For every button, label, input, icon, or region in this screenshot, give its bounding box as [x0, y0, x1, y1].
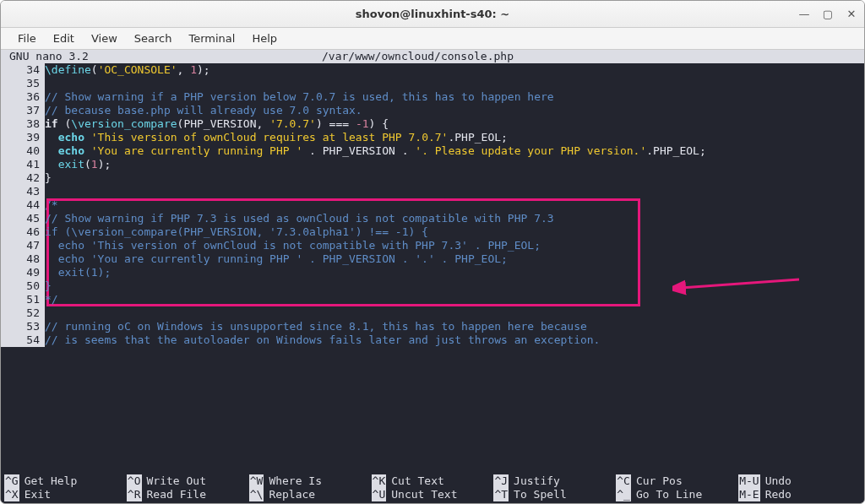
shortcut-row: ^XExit ^RRead File ^\Replace ^UUncut Tex… — [4, 488, 861, 501]
menubar: File Edit View Search Terminal Help — [1, 28, 864, 50]
line-number: 48 — [1, 252, 45, 266]
code-line: 54// is seems that the autoloader on Win… — [1, 333, 864, 347]
line-number: 47 — [1, 239, 45, 252]
code-line: 52 — [1, 306, 864, 320]
line-number: 38 — [1, 117, 45, 131]
editor-name: GNU nano 3.2 — [9, 50, 322, 63]
code-line: 51*/ — [1, 293, 864, 306]
nano-shortcut-bar: ^GGet Help ^OWrite Out ^WWhere Is ^KCut … — [1, 474, 864, 503]
shortcut-read-file: ^RRead File — [127, 488, 249, 501]
code-line: 42} — [1, 171, 864, 185]
close-icon[interactable]: ✕ — [846, 8, 857, 20]
line-number: 44 — [1, 198, 45, 212]
line-number: 53 — [1, 320, 45, 333]
file-path: /var/www/owncloud/console.php — [322, 50, 859, 63]
window-title: shovon@linuxhint-s40: ~ — [1, 8, 864, 20]
window-titlebar: shovon@linuxhint-s40: ~ — ▢ ✕ — [1, 1, 864, 28]
line-number: 45 — [1, 212, 45, 225]
shortcut-redo: M-ERedo — [738, 488, 861, 501]
line-number: 51 — [1, 293, 45, 306]
line-number: 49 — [1, 266, 45, 279]
menu-help[interactable]: Help — [243, 30, 286, 47]
code-line: 48 echo 'You are currently running PHP '… — [1, 252, 864, 266]
code-line: 44/* — [1, 198, 864, 212]
code-line: 40 echo 'You are currently running PHP '… — [1, 144, 864, 158]
line-number: 39 — [1, 131, 45, 144]
shortcut-get-help: ^GGet Help — [4, 474, 127, 488]
code-line: 43 — [1, 185, 864, 198]
code-line: 46if (\version_compare(PHP_VERSION, '7.3… — [1, 225, 864, 239]
maximize-icon[interactable]: ▢ — [822, 8, 834, 20]
code-line: 39 echo 'This version of ownCloud requir… — [1, 131, 864, 144]
line-number: 35 — [1, 77, 45, 90]
menu-search[interactable]: Search — [126, 30, 181, 47]
code-line: 50} — [1, 279, 864, 293]
code-area[interactable]: 34\define('OC_CONSOLE', 1); 35 36// Show… — [1, 63, 864, 347]
code-line: 53// running oC on Windows is unsupporte… — [1, 320, 864, 333]
minimize-icon[interactable]: — — [798, 8, 810, 20]
window-controls: — ▢ ✕ — [798, 8, 857, 20]
code-line: 47 echo 'This version of ownCloud is not… — [1, 239, 864, 252]
line-number: 50 — [1, 279, 45, 293]
shortcut-write-out: ^OWrite Out — [127, 474, 249, 488]
line-number: 42 — [1, 171, 45, 185]
menu-file[interactable]: File — [9, 30, 45, 47]
shortcut-to-spell: ^TTo Spell — [493, 488, 616, 501]
shortcut-replace: ^\Replace — [249, 488, 372, 501]
code-line: 37// because base.php will already use 7… — [1, 104, 864, 117]
shortcut-uncut-text: ^UUncut Text — [372, 488, 494, 501]
code-line: 41 exit(1); — [1, 158, 864, 171]
shortcut-justify: ^JJustify — [493, 474, 616, 488]
code-line: 49 exit(1); — [1, 266, 864, 279]
code-line: 35 — [1, 77, 864, 90]
shortcut-cut-text: ^KCut Text — [372, 474, 494, 488]
line-number: 52 — [1, 306, 45, 320]
menu-terminal[interactable]: Terminal — [180, 30, 243, 47]
line-number: 37 — [1, 104, 45, 117]
line-number: 40 — [1, 144, 45, 158]
shortcut-cur-pos: ^CCur Pos — [616, 474, 738, 488]
shortcut-where-is: ^WWhere Is — [249, 474, 372, 488]
line-number: 54 — [1, 333, 45, 347]
code-line: 38if (\version_compare(PHP_VERSION, '7.0… — [1, 117, 864, 131]
line-number: 41 — [1, 158, 45, 171]
shortcut-undo: M-UUndo — [738, 474, 861, 488]
nano-header: GNU nano 3.2 /var/www/owncloud/console.p… — [1, 50, 864, 63]
line-number: 34 — [1, 63, 45, 77]
line-number: 43 — [1, 185, 45, 198]
menu-edit[interactable]: Edit — [45, 30, 83, 47]
menu-view[interactable]: View — [83, 30, 126, 47]
code-line: 34\define('OC_CONSOLE', 1); — [1, 63, 864, 77]
shortcut-row: ^GGet Help ^OWrite Out ^WWhere Is ^KCut … — [4, 474, 861, 488]
line-number: 46 — [1, 225, 45, 239]
terminal-area[interactable]: GNU nano 3.2 /var/www/owncloud/console.p… — [1, 50, 864, 503]
shortcut-go-to-line: ^_Go To Line — [616, 488, 738, 501]
code-line: 45// Show warning if PHP 7.3 is used as … — [1, 212, 864, 225]
code-line: 36// Show warning if a PHP version below… — [1, 90, 864, 104]
line-number: 36 — [1, 90, 45, 104]
shortcut-exit: ^XExit — [4, 488, 127, 501]
